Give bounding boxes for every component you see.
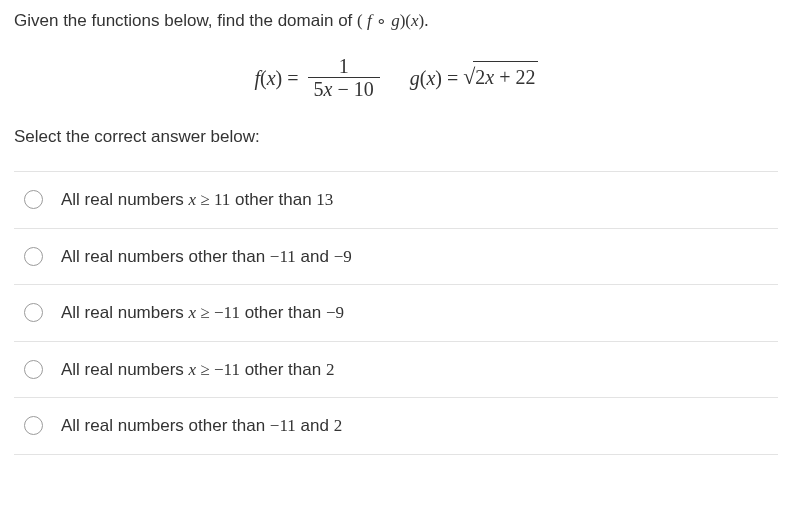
option-label: All real numbers other than −11 and 2	[61, 413, 342, 439]
fraction: 1 5x − 10	[308, 56, 380, 100]
f-definition: f(x) = 1 5x − 10	[254, 56, 383, 100]
option-5[interactable]: All real numbers other than −11 and 2	[14, 398, 778, 455]
radio-icon	[24, 416, 43, 435]
question-text: Given the functions below, find the doma…	[14, 8, 778, 34]
option-1[interactable]: All real numbers x ≥ 11 other than 13	[14, 172, 778, 229]
radio-icon	[24, 360, 43, 379]
fraction-denominator: 5x − 10	[308, 77, 380, 100]
radio-icon	[24, 190, 43, 209]
square-root: √ 2x + 22	[463, 61, 537, 94]
function-definitions: f(x) = 1 5x − 10 g(x) = √ 2x + 22	[14, 56, 778, 100]
radicand: 2x + 22	[473, 61, 537, 92]
g-definition: g(x) = √ 2x + 22	[410, 61, 538, 94]
option-3[interactable]: All real numbers x ≥ −11 other than −9	[14, 285, 778, 342]
radio-icon	[24, 247, 43, 266]
radio-icon	[24, 303, 43, 322]
option-label: All real numbers x ≥ −11 other than 2	[61, 357, 334, 383]
option-label: All real numbers x ≥ −11 other than −9	[61, 300, 344, 326]
option-4[interactable]: All real numbers x ≥ −11 other than 2	[14, 342, 778, 399]
question-lead: Given the functions below, find the doma…	[14, 11, 357, 30]
option-label: All real numbers other than −11 and −9	[61, 244, 352, 270]
radical-icon: √	[463, 60, 475, 93]
instruction-text: Select the correct answer below:	[14, 124, 778, 150]
question-target: ( f ∘ g)(x).	[357, 11, 428, 30]
option-label: All real numbers x ≥ 11 other than 13	[61, 187, 333, 213]
option-2[interactable]: All real numbers other than −11 and −9	[14, 229, 778, 286]
options-list: All real numbers x ≥ 11 other than 13 Al…	[14, 171, 778, 455]
fraction-numerator: 1	[333, 56, 355, 77]
